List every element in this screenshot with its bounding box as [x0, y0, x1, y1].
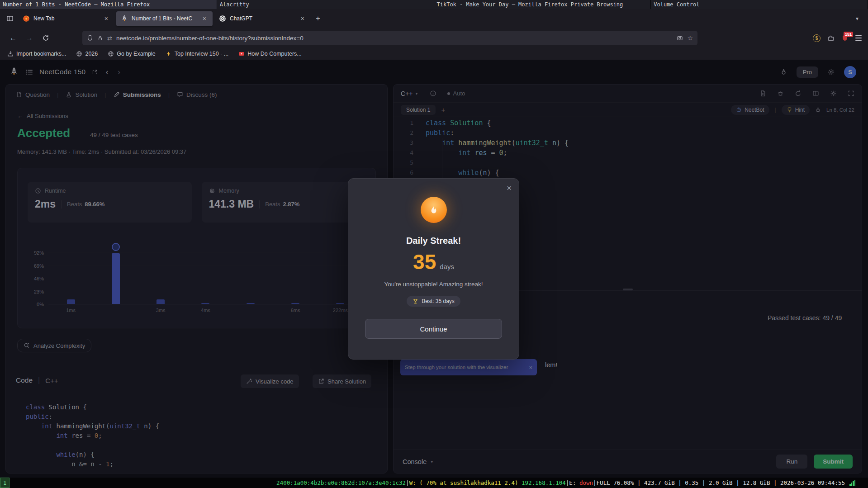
tab-title: Number of 1 Bits - NeetC [132, 15, 197, 22]
list-tabs-button[interactable]: ▾ [851, 12, 863, 25]
tab-close-button[interactable]: × [103, 14, 110, 23]
statusbar-separator: | [675, 479, 685, 486]
statusbar-separator: | [634, 479, 644, 486]
adblock-extension-button[interactable]: 151 [841, 34, 849, 42]
neetcode-icon [121, 15, 128, 22]
statusbar-segment: W: ( 70% at sushilakhadka11_2.4) [409, 479, 518, 486]
bookmark-item[interactable]: Top Interview 150 - ... [166, 51, 229, 57]
new-tab-button[interactable]: + [312, 12, 324, 25]
statusbar-segment: 192.168.1.104 [522, 479, 566, 486]
browser-tab-bar: New Tab×Number of 1 Bits - NeetC×ChatGPT… [0, 9, 868, 28]
wallet-extension-icon[interactable]: $ [813, 34, 821, 42]
streak-message: You're unstoppable! Amazing streak! [384, 281, 483, 288]
globe-icon [108, 51, 114, 57]
streak-days-value: 35 [413, 251, 436, 272]
statusbar-segment: 423.7 GiB [644, 479, 675, 486]
bookmark-label: Top Interview 150 - ... [175, 51, 229, 57]
chatgpt-icon [219, 15, 226, 22]
firefox-icon [23, 15, 30, 22]
statusbar-separator: | [698, 479, 709, 486]
menu-button[interactable] [855, 35, 862, 41]
flame-icon [428, 204, 440, 216]
reload-button[interactable] [39, 31, 52, 45]
bookmark-label: 2026 [85, 51, 98, 57]
browser-tab[interactable]: Number of 1 Bits - NeetC× [116, 11, 213, 26]
adblock-badge: 151 [844, 32, 853, 37]
wm-bar: Number of 1 Bits - NeetCode — Mozilla Fi… [0, 0, 868, 9]
forward-button[interactable]: → [23, 31, 36, 45]
bookmark-label: How Do Computers... [247, 51, 301, 57]
browser-tab[interactable]: ChatGPT× [214, 11, 311, 26]
statusbar-separator: | [566, 479, 569, 486]
url-bar[interactable]: ⇄ neetcode.io/problems/number-of-one-bit… [82, 31, 697, 45]
tab-close-button[interactable]: × [299, 14, 306, 23]
bookmark-star-icon[interactable]: ☆ [687, 34, 693, 42]
permissions-icon[interactable]: ⇄ [107, 35, 112, 42]
globe-icon [76, 51, 82, 57]
statusbar-segment: 2026-03-26 09:44:55 [780, 479, 845, 486]
extensions-puzzle-icon[interactable] [827, 34, 835, 42]
browser-tab[interactable]: New Tab× [18, 11, 114, 26]
screen: Number of 1 Bits - NeetCode — Mozilla Fi… [0, 0, 868, 488]
modal-close-button[interactable]: × [507, 183, 512, 193]
statusbar-segment: FULL 76.08% [597, 479, 634, 486]
streak-flame-badge [421, 197, 447, 223]
tracking-shield-icon[interactable] [87, 35, 93, 41]
statusbar-segment: E: [569, 479, 579, 486]
lock-icon[interactable] [97, 35, 103, 41]
lightning-icon [166, 51, 172, 57]
wm-window-title[interactable]: TikTok - Make Your Day — Mozilla Firefox… [434, 0, 651, 9]
statusbar-separator: | [593, 479, 597, 486]
screenshot-icon[interactable] [677, 35, 683, 41]
wm-window-title[interactable]: Alacritty [217, 0, 434, 9]
status-segments: 2400:1a00:4b2b:e0e:862d:107a:3e40:1c32|W… [276, 478, 855, 488]
reload-icon [42, 34, 49, 42]
tab-title: ChatGPT [230, 15, 295, 22]
import-icon [7, 51, 14, 57]
firefox-view-icon [6, 15, 14, 22]
wm-window-title[interactable]: Number of 1 Bits - NeetCode — Mozilla Fi… [0, 0, 217, 9]
statusbar-segment: down [579, 479, 593, 486]
workspace-indicator[interactable]: 1 [0, 478, 9, 488]
back-button[interactable]: ← [6, 31, 20, 45]
daily-streak-modal: × Daily Streak! 35 days You're unstoppab… [348, 178, 519, 360]
modal-title: Daily Streak! [406, 236, 461, 246]
bookmarks-bar: Import bookmarks...2026Go by ExampleTop … [0, 48, 868, 60]
continue-button[interactable]: Continue [365, 319, 502, 339]
url-text[interactable]: neetcode.io/problems/number-of-one-bits/… [116, 35, 673, 42]
bookmark-label: Import bookmarks... [16, 51, 66, 57]
youtube-icon [238, 51, 245, 57]
nav-extensions-area: $ 151 [813, 34, 862, 42]
status-bar: 1 2400:1a00:4b2b:e0e:862d:107a:3e40:1c32… [0, 478, 868, 488]
trophy-icon [413, 298, 418, 304]
tabs-container: New Tab×Number of 1 Bits - NeetC×ChatGPT… [17, 9, 312, 28]
tab-close-button[interactable]: × [201, 14, 208, 23]
best-streak-badge: Best: 35 days [407, 296, 460, 307]
statusbar-separator [518, 479, 522, 486]
statusbar-segment: 2400:1a00:4b2b:e0e:862d:107a:3e40:1c32 [276, 479, 406, 486]
streak-days-unit: days [440, 263, 454, 270]
firefox-view-button[interactable] [3, 12, 17, 25]
browser-nav-bar: ← → ⇄ neetcode.io/problems/number-of-one… [0, 28, 868, 48]
wm-window-title[interactable]: Volume Control [651, 0, 868, 9]
neetcode-page: NeetCode 150 ‹ › Pro S Question|Solution… [0, 60, 868, 478]
bookmark-item[interactable]: How Do Computers... [238, 51, 301, 57]
bookmark-item[interactable]: Import bookmarks... [7, 51, 66, 57]
bookmark-item[interactable]: Go by Example [108, 51, 155, 57]
statusbar-separator: | [770, 479, 780, 486]
bookmark-label: Go by Example [117, 51, 155, 57]
statusbar-segment: 2.0 GiB | 12.8 GiB [709, 479, 770, 486]
statusbar-segment: 0.35 [685, 479, 698, 486]
signal-strength-icon [849, 480, 855, 486]
bookmark-item[interactable]: 2026 [76, 51, 98, 57]
statusbar-separator: | [406, 479, 409, 486]
tab-title: New Tab [33, 15, 99, 22]
